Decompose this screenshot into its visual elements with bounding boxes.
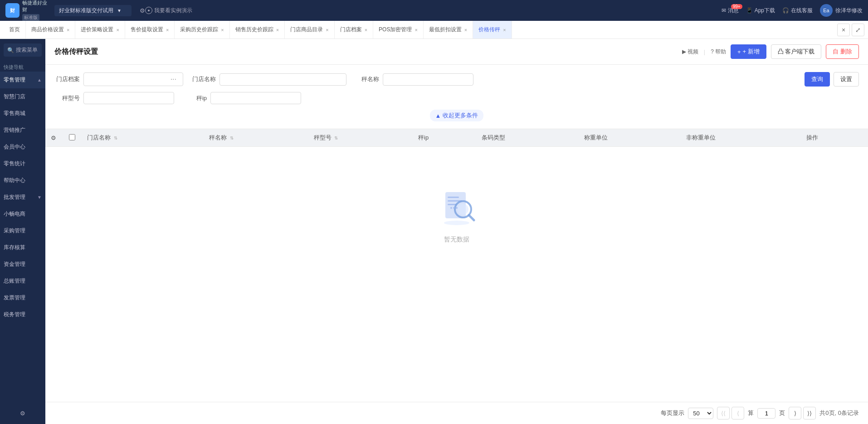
svg-line-7 [469, 215, 474, 220]
tab-store-profile[interactable]: 门店档案 × [335, 21, 373, 39]
th-scale-ip-label: 秤ip [418, 134, 429, 141]
demo-btn[interactable]: ● 我要看实例演示 [145, 7, 192, 14]
help-link[interactable]: ? 帮助 [711, 48, 726, 56]
prev-page-btn[interactable]: ⟨ [731, 407, 744, 419]
per-page-select[interactable]: 10 20 50 100 [688, 408, 713, 419]
tab-purchase-strategy-close[interactable]: × [116, 27, 119, 33]
sidebar-search[interactable]: 🔍 搜索菜单 [0, 39, 45, 61]
sidebar-bottom: ⚙ [0, 403, 45, 424]
tab-price-scale[interactable]: 价格传秤 × [473, 21, 512, 39]
video-icon: ▶ [682, 48, 686, 55]
sidebar-item-member[interactable]: 会员中心 [0, 139, 45, 155]
sidebar-item-invoice-label: 发票管理 [4, 294, 25, 302]
delete-button[interactable]: 自 删除 [826, 44, 859, 59]
sidebar-item-retail-mgmt-label: 零售管理 [4, 76, 25, 84]
sidebar-item-help[interactable]: 帮助中心 [0, 172, 45, 189]
page-number-input[interactable] [757, 408, 775, 419]
scale-name-input[interactable] [383, 73, 473, 86]
store-profile-select[interactable]: ··· [83, 72, 183, 86]
tab-pos-security-close[interactable]: × [414, 27, 417, 33]
tab-pos-security[interactable]: POS加密管理 × [373, 21, 424, 39]
tab-sale-extract[interactable]: 售价提取设置 × [125, 21, 175, 39]
next-page-btn[interactable]: ⟩ [789, 407, 801, 419]
sidebar-item-finance[interactable]: 资金管理 [0, 256, 45, 273]
store-profile-dots-btn[interactable]: ··· [169, 75, 178, 83]
sidebar-item-marketing[interactable]: 营销推广 [0, 122, 45, 139]
setting-button[interactable]: 设置 [834, 72, 859, 87]
last-page-btn[interactable]: ⟩⟩ [803, 407, 816, 419]
scale-model-input[interactable] [83, 92, 174, 104]
tab-sale-extract-label: 售价提取设置 [131, 26, 163, 34]
tab-goods-price[interactable]: 商品价格设置 × [26, 21, 75, 39]
sidebar-item-retail-stats-label: 零售统计 [4, 160, 25, 168]
sidebar-item-ecommerce[interactable]: 小畅电商 [0, 206, 45, 222]
tab-sale-history-label: 销售历史价跟踪 [235, 26, 273, 34]
search-icon: 🔍 [7, 47, 14, 53]
tab-min-discount[interactable]: 最低折扣设置 × [424, 21, 473, 39]
query-button[interactable]: 查询 [805, 72, 830, 87]
tab-store-catalog[interactable]: 门店商品目录 × [285, 21, 334, 39]
sidebar-item-retail-mall[interactable]: 零售商城 [0, 105, 45, 122]
th-weight-unit-label: 称重单位 [584, 134, 608, 141]
sidebar-item-ledger[interactable]: 总账管理 [0, 273, 45, 289]
filter-row-1: 门店档案 ··· 门店名称 秤名称 [54, 72, 859, 87]
scale-ip-input[interactable] [210, 92, 301, 104]
sidebar-item-retail-mgmt[interactable]: 零售管理 ▲ [0, 72, 45, 88]
mobile-icon: 📱 [746, 7, 753, 14]
sidebar-settings-btn[interactable]: ⚙ [4, 406, 42, 420]
store-name-input[interactable] [219, 73, 346, 86]
sidebar-item-tax[interactable]: 税务管理 [0, 306, 45, 323]
tab-store-catalog-close[interactable]: × [326, 27, 328, 33]
sidebar-item-invoice[interactable]: 发票管理 [0, 289, 45, 306]
env-gear-icon[interactable]: ⚙ [140, 7, 145, 14]
collapse-btn[interactable]: ▲ 收起更多条件 [430, 110, 484, 121]
tab-sale-history-close[interactable]: × [276, 27, 279, 33]
top-bar: 财 畅捷通好业财 标准版 好业财标准版交付试用 ▼ ⚙ ● 我要看实例演示 ✉ … [0, 0, 868, 21]
sidebar-item-retail-stats[interactable]: 零售统计 [0, 155, 45, 172]
tab-purchase-strategy[interactable]: 进价策略设置 × [75, 21, 125, 39]
first-page-btn[interactable]: ⟨⟨ [717, 407, 730, 419]
online-service-btn[interactable]: 🎧 在线客服 [782, 7, 813, 14]
svg-point-10 [456, 207, 458, 209]
filter-scale-model: 秤型号 [54, 92, 174, 104]
user-area[interactable]: Ea 徐泽华修改 [820, 4, 863, 17]
tab-purchase-history[interactable]: 采购历史价跟踪 × [175, 21, 229, 39]
sidebar-item-inventory[interactable]: 库存核算 [0, 239, 45, 256]
version-badge: 标准版 [22, 14, 39, 21]
tab-price-scale-label: 价格传秤 [478, 26, 500, 34]
search-label: 搜索菜单 [16, 46, 38, 54]
page-word: 算 [748, 409, 754, 417]
messages-btn[interactable]: ✉ 消息 99+ [722, 7, 739, 14]
tab-goods-price-close[interactable]: × [67, 27, 69, 33]
per-page-label: 每页显示 [661, 409, 684, 417]
th-operation: 操作 [801, 129, 868, 147]
collapse-row: ▲ 收起更多条件 [54, 110, 859, 121]
th-scale-model[interactable]: 秤型号 ⇅ [308, 129, 413, 147]
th-scale-name[interactable]: 秤名称 ⇅ [204, 129, 308, 147]
gear-icon[interactable]: ⚙ [51, 135, 56, 141]
tab-sale-extract-close[interactable]: × [166, 27, 169, 33]
tab-min-discount-close[interactable]: × [464, 27, 467, 33]
tab-sale-history[interactable]: 销售历史价跟踪 × [230, 21, 285, 39]
th-store-name[interactable]: 门店名称 ⇅ [82, 129, 204, 147]
download-button[interactable]: 凸 客户端下载 [771, 44, 822, 59]
tab-price-scale-close[interactable]: × [503, 27, 506, 33]
th-scale-ip: 秤ip [413, 129, 476, 147]
tab-maximize-btn[interactable]: ⤢ [852, 24, 864, 36]
message-icon: ✉ [722, 7, 726, 14]
tab-store-profile-close[interactable]: × [365, 27, 367, 33]
env-selector[interactable]: 好业财标准版交付试用 ▼ [54, 5, 132, 16]
app-download-btn[interactable]: 📱 App下载 [746, 7, 775, 14]
video-link[interactable]: ▶ 视频 [682, 48, 698, 56]
tab-purchase-history-close[interactable]: × [221, 27, 224, 33]
collapse-up-icon: ▲ [435, 112, 441, 119]
sidebar-item-wholesale[interactable]: 批发管理 ▼ [0, 189, 45, 206]
tab-close-btn[interactable]: × [837, 24, 850, 36]
content-area: 价格传秤设置 ▶ 视频 | ? 帮助 + + 新增 [45, 39, 868, 424]
select-all-checkbox[interactable] [69, 134, 75, 140]
sidebar-item-smart-store[interactable]: 智慧门店 [0, 88, 45, 105]
tab-home[interactable]: 首页 [4, 21, 26, 39]
add-button[interactable]: + + 新增 [731, 44, 766, 59]
search-btn[interactable]: 🔍 搜索菜单 [4, 43, 42, 57]
sidebar-item-purchase[interactable]: 采购管理 [0, 222, 45, 239]
